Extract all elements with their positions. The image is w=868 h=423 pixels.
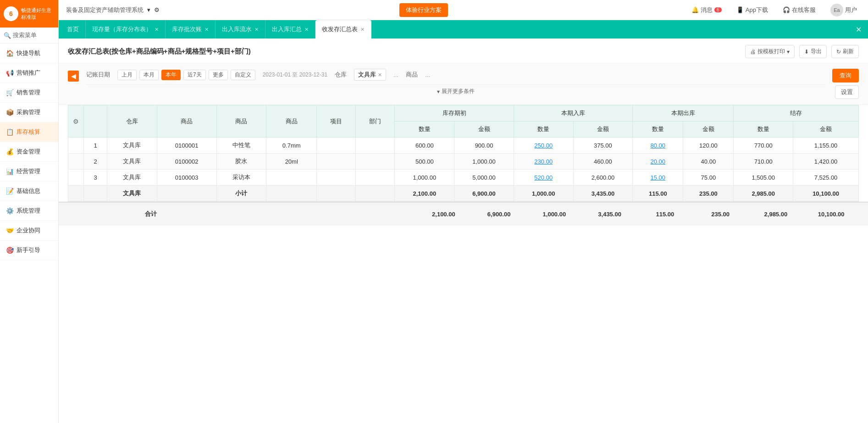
online-service-btn[interactable]: 🎧 在线客服 — [779, 4, 819, 16]
refresh-btn[interactable]: ↻ 刷新 — [831, 45, 859, 58]
row-dept — [356, 186, 395, 202]
row-warehouse: 文具库 — [107, 154, 157, 170]
footer-opening-qty: 2,100.00 — [416, 206, 471, 222]
date-btn-more[interactable]: 更多 — [209, 70, 228, 80]
warehouse-more-btn[interactable]: ... — [393, 71, 398, 78]
row-opening-amt: 900.00 — [454, 137, 514, 154]
footer-row: 合计 2,100.00 6,900.00 1,000.00 3,435.00 1… — [68, 206, 859, 222]
tab-inout-flow[interactable]: 出入库流水 ✕ — [216, 20, 265, 38]
row-out-amt: 40.00 — [683, 154, 734, 170]
row-balance-qty: 2,985.00 — [734, 186, 793, 202]
sidebar-search[interactable]: 🔍 搜索菜单 — [0, 27, 58, 44]
row-out-qty[interactable]: 80.00 — [633, 137, 683, 154]
close-tab-stock-summary[interactable]: ✕ — [360, 27, 365, 33]
sidebar-item-purchase[interactable]: 📦 采购管理 — [0, 103, 58, 122]
tab-home[interactable]: 首页 — [61, 20, 86, 38]
row-in-qty[interactable]: 250.00 — [514, 137, 573, 154]
date-btn-last-month[interactable]: 上月 — [117, 70, 137, 80]
print-btn[interactable]: 🖨 按模板打印 ▾ — [745, 45, 795, 58]
export-btn[interactable]: ⬇ 导出 — [799, 45, 827, 58]
col-dept-header: 部门 — [356, 105, 395, 137]
tab-stock-dist[interactable]: 现存量（库存分布表） ✕ — [86, 20, 166, 38]
sidebar-item-marketing[interactable]: 📢 营销推广 — [0, 63, 58, 83]
sidebar-item-guide[interactable]: 🎯 新手引导 — [0, 241, 58, 260]
col-project-header: 项目 — [317, 105, 356, 137]
col-warehouse-header: 仓库 — [107, 105, 157, 137]
table-row: 2 文具库 0100002 胶水 20ml 500.00 1,000.00 23… — [68, 154, 859, 170]
export-icon: ⬇ — [804, 49, 809, 55]
row-in-qty[interactable]: 520.00 — [514, 170, 573, 186]
date-btn-7days[interactable]: 近7天 — [183, 70, 206, 80]
close-tab-inout-summary[interactable]: ✕ — [304, 27, 309, 33]
sidebar-item-operations[interactable]: 📊 经营管理 — [0, 162, 58, 181]
date-btn-this-year[interactable]: 本年 — [161, 70, 181, 80]
box-icon: 📦 — [6, 108, 14, 116]
expand-more-btn[interactable]: ▾ 展开更多条件 — [86, 84, 825, 98]
filter-toggle-btn[interactable]: ◀ — [68, 71, 79, 82]
sidebar-item-quick-nav[interactable]: 🏠 快捷导航 — [0, 44, 58, 63]
close-tab-batch-ledger[interactable]: ✕ — [205, 27, 209, 33]
sidebar-item-base-info[interactable]: 📝 基础信息 — [0, 181, 58, 201]
row-spec — [266, 186, 317, 202]
filter-fields: 记账日期 上月 本月 本年 近7天 更多 自定义 2023-01-01 至 20… — [86, 69, 825, 98]
date-btn-custom[interactable]: 自定义 — [231, 70, 255, 80]
col-balance-qty-header: 数量 — [734, 121, 793, 137]
row-code: 0100002 — [157, 154, 216, 170]
table-settings-icon[interactable]: ⚙ — [73, 118, 79, 125]
app-download-btn[interactable]: 📱 App下载 — [733, 4, 772, 16]
goods-more-btn[interactable]: ... — [425, 71, 430, 78]
cart-icon: 🛒 — [6, 88, 14, 97]
tab-inout-summary[interactable]: 出入库汇总 ✕ — [265, 20, 315, 38]
row-balance-amt: 7,525.00 — [793, 170, 859, 186]
sidebar-item-assets[interactable]: 💰 资金管理 — [0, 142, 58, 162]
filter-row-1: 记账日期 上月 本月 本年 近7天 更多 自定义 2023-01-01 至 20… — [86, 69, 825, 81]
user-btn[interactable]: Ea 用户 — [827, 2, 861, 18]
clipboard-icon: 📋 — [6, 128, 14, 136]
col-name-header: 商品 — [216, 105, 266, 137]
mobile-icon: 📱 — [736, 6, 744, 13]
money-icon: 💰 — [6, 148, 14, 156]
close-tab-stock-dist[interactable]: ✕ — [155, 27, 159, 33]
col-out-qty-header: 数量 — [633, 121, 683, 137]
sidebar-item-inventory[interactable]: 📋 库存核算 — [0, 122, 58, 142]
row-dept — [356, 137, 395, 154]
row-in-amt: 375.00 — [573, 137, 633, 154]
row-code: 0100001 — [157, 137, 216, 154]
settings-icon[interactable]: ⚙ — [154, 6, 160, 13]
tab-batch-ledger[interactable]: 库存批次账 ✕ — [166, 20, 216, 38]
date-btn-this-month[interactable]: 本月 — [139, 70, 159, 80]
col-index-header — [84, 105, 107, 137]
row-out-qty[interactable]: 15.00 — [633, 170, 683, 186]
sidebar-item-sales[interactable]: 🛒 销售管理 — [0, 83, 58, 103]
logo-icon: 6 — [4, 6, 18, 21]
row-in-amt: 3,435.00 — [573, 186, 633, 202]
set-btn[interactable]: 设置 — [835, 85, 859, 99]
sidebar-item-system[interactable]: ⚙️ 系统管理 — [0, 201, 58, 221]
row-in-amt: 460.00 — [573, 154, 633, 170]
col-settings[interactable]: ⚙ — [68, 105, 84, 137]
print-icon: 🖨 — [750, 49, 756, 55]
message-btn[interactable]: 🔔 消息 6 — [688, 4, 725, 16]
row-balance-qty: 770.00 — [734, 137, 793, 154]
close-all-tabs[interactable]: ✕ — [851, 25, 866, 34]
close-tab-inout-flow[interactable]: ✕ — [254, 27, 259, 33]
tab-stock-summary[interactable]: 收发存汇总表 ✕ — [315, 20, 371, 38]
remove-warehouse-tag[interactable]: ✕ — [378, 72, 382, 78]
row-code: 0100003 — [157, 170, 216, 186]
col-in-header: 本期入库 — [514, 105, 632, 121]
col-code-header: 商品 — [157, 105, 216, 137]
page-header: 收发存汇总表(按仓库+商品编码+商品+规格型号+项目+部门) 🖨 按模板打印 ▾… — [59, 38, 868, 63]
search-icon: 🔍 — [4, 32, 11, 39]
try-btn[interactable]: 体验行业方案 — [399, 3, 448, 17]
row-out-qty[interactable]: 20.00 — [633, 154, 683, 170]
row-index: 1 — [84, 137, 107, 154]
col-opening-qty-header: 数量 — [395, 121, 454, 137]
goods-label: 商品 — [406, 71, 418, 79]
sidebar-item-enterprise[interactable]: 🤝 企业协同 — [0, 221, 58, 241]
header-left: 装备及固定资产辅助管理系统 ▾ ⚙ — [66, 6, 160, 14]
query-section: 查询 设置 — [832, 69, 859, 99]
row-in-qty[interactable]: 230.00 — [514, 154, 573, 170]
row-warehouse: 文具库 — [107, 186, 157, 202]
query-btn[interactable]: 查询 — [832, 69, 859, 82]
row-warehouse: 文具库 — [107, 170, 157, 186]
